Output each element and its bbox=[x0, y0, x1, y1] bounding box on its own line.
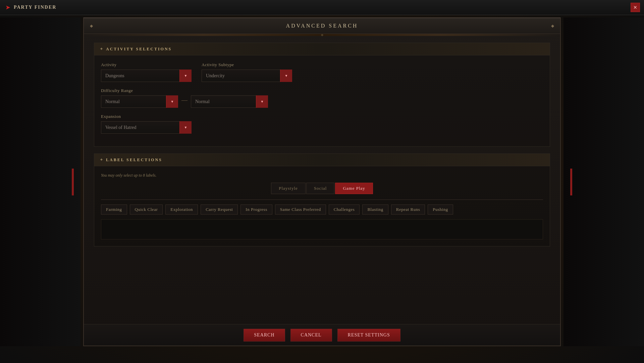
cancel-button[interactable]: Cancel bbox=[290, 329, 332, 342]
label-section-header: ✦ LABEL SELECTIONS bbox=[94, 154, 550, 166]
header-deco bbox=[84, 34, 560, 36]
difficulty-max-wrapper: Normal ▼ bbox=[191, 95, 268, 108]
range-dash: — bbox=[181, 97, 187, 108]
label-section-title: LABEL SELECTIONS bbox=[106, 157, 162, 163]
diamond-right-icon: ◆ bbox=[551, 24, 554, 29]
subtype-label: Activity Subtype bbox=[202, 62, 292, 67]
difficulty-label: Difficulty Range bbox=[101, 88, 268, 93]
tabs-divider bbox=[101, 199, 543, 200]
tag-challenges[interactable]: Challenges bbox=[329, 205, 360, 215]
activity-label: Activity bbox=[101, 62, 192, 67]
difficulty-max-select[interactable]: Normal bbox=[191, 95, 268, 108]
activity-select[interactable]: Dungeons bbox=[101, 70, 192, 82]
right-deco-bar bbox=[570, 169, 572, 195]
difficulty-min-wrapper: Normal ▼ bbox=[101, 95, 178, 108]
tag-in-progress[interactable]: In Progress bbox=[240, 205, 272, 215]
subtype-group: Activity Subtype Undercity ▼ bbox=[202, 62, 292, 82]
right-side-panel bbox=[564, 17, 644, 346]
subtype-select-wrapper: Undercity ▼ bbox=[202, 70, 292, 82]
activity-section-title: ACTIVITY SELECTIONS bbox=[106, 47, 172, 52]
activity-section-icon: ✦ bbox=[100, 46, 103, 52]
left-deco-bar bbox=[72, 169, 74, 195]
activity-section: ✦ ACTIVITY SELECTIONS Activity Dungeons … bbox=[94, 43, 550, 147]
selected-labels-box bbox=[101, 219, 543, 239]
tab-gameplay[interactable]: Game Play bbox=[335, 183, 373, 194]
tag-carry-request[interactable]: Carry Request bbox=[201, 205, 238, 215]
expansion-select[interactable]: Vessel of Hatred bbox=[101, 121, 192, 134]
tag-repeat-runs[interactable]: Repeat Runs bbox=[391, 205, 425, 215]
activity-group: Activity Dungeons ▼ bbox=[101, 62, 192, 82]
tag-blasting[interactable]: Blasting bbox=[362, 205, 388, 215]
difficulty-row: Difficulty Range Normal ▼ — Normal bbox=[101, 88, 543, 108]
search-button[interactable]: Search bbox=[244, 329, 285, 342]
activity-section-body: Activity Dungeons ▼ Activity Subtype Und… bbox=[94, 55, 550, 146]
label-tags-container: Farming Quick Clear Exploration Carry Re… bbox=[101, 205, 543, 215]
modal-header: ◆ ADVANCED SEARCH ◆ bbox=[84, 18, 560, 34]
activity-select-wrapper: Dungeons ▼ bbox=[101, 70, 192, 82]
expansion-label: Expansion bbox=[101, 114, 192, 119]
subtype-select[interactable]: Undercity bbox=[202, 70, 292, 82]
tag-exploration[interactable]: Exploration bbox=[165, 205, 198, 215]
modal: ◆ ADVANCED SEARCH ◆ ✦ ACTIVITY SELECTION… bbox=[83, 17, 561, 346]
difficulty-min-select[interactable]: Normal bbox=[101, 95, 178, 108]
diamond-left-icon: ◆ bbox=[90, 24, 93, 29]
activity-section-header: ✦ ACTIVITY SELECTIONS bbox=[94, 43, 550, 55]
left-side-panel bbox=[0, 17, 80, 346]
label-section: ✦ LABEL SELECTIONS You may only select u… bbox=[94, 153, 550, 246]
close-button[interactable]: ✕ bbox=[631, 3, 640, 12]
tag-farming[interactable]: Farming bbox=[101, 205, 127, 215]
tag-quick-clear[interactable]: Quick Clear bbox=[130, 205, 163, 215]
expansion-select-wrapper: Vessel of Hatred ▼ bbox=[101, 121, 192, 134]
tab-social[interactable]: Social bbox=[306, 183, 335, 194]
window-title: PARTY FINDER bbox=[14, 5, 56, 10]
tag-same-class[interactable]: Same Class Preferred bbox=[275, 205, 326, 215]
expansion-row: Expansion Vessel of Hatred ▼ bbox=[101, 114, 543, 134]
label-section-icon: ✦ bbox=[100, 157, 103, 163]
modal-footer: Search Cancel Reset Settings bbox=[84, 324, 560, 346]
label-section-body: You may only select up to 8 labels. Play… bbox=[94, 166, 550, 246]
reset-settings-button[interactable]: Reset Settings bbox=[337, 329, 400, 342]
title-bar: ➤ PARTY FINDER ✕ bbox=[0, 0, 644, 15]
activity-row: Activity Dungeons ▼ Activity Subtype Und… bbox=[101, 62, 543, 82]
label-tabs: Playstyle Social Game Play bbox=[101, 183, 543, 194]
label-note: You may only select up to 8 labels. bbox=[101, 173, 543, 178]
expansion-group: Expansion Vessel of Hatred ▼ bbox=[101, 114, 192, 134]
arrow-icon: ➤ bbox=[5, 4, 10, 11]
tag-pushing[interactable]: Pushing bbox=[428, 205, 453, 215]
difficulty-group: Difficulty Range Normal ▼ — Normal bbox=[101, 88, 268, 108]
modal-title: ADVANCED SEARCH bbox=[286, 23, 358, 29]
tab-playstyle[interactable]: Playstyle bbox=[271, 183, 306, 194]
